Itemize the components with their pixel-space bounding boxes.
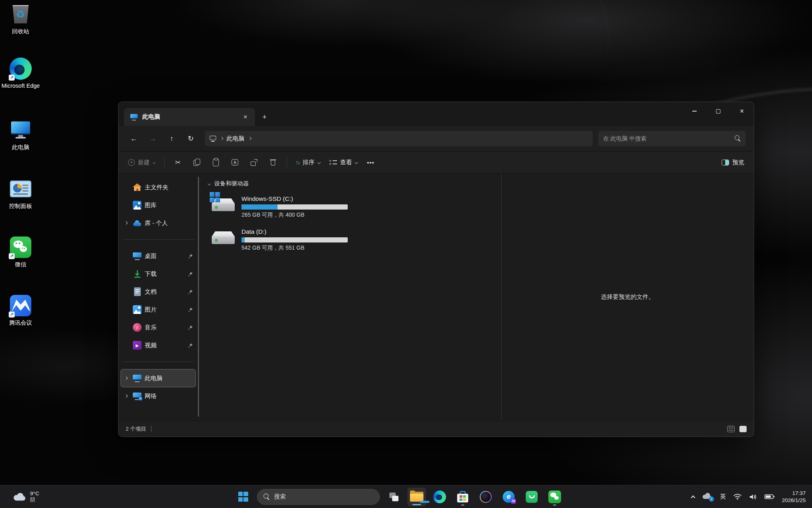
desktop-icon-tencent-meeting[interactable]: ↗ 腾讯会议	[0, 294, 41, 326]
more-icon: •••	[367, 159, 375, 166]
taskbar-app-copilot[interactable]	[477, 488, 495, 506]
sidebar-item-this-pc[interactable]: 此电脑	[121, 369, 195, 387]
explorer-search-input[interactable]: 在 此电脑 中搜索	[598, 131, 746, 146]
search-icon	[735, 135, 741, 142]
sidebar-item-videos[interactable]: ▶ 视频	[121, 337, 195, 354]
address-breadcrumb[interactable]: 此电脑	[205, 131, 593, 146]
desktop-icon-label: 此电脑	[12, 144, 29, 151]
taskbar-app-wechat[interactable]	[546, 488, 564, 506]
desktop-icon-this-pc[interactable]: 此电脑	[0, 119, 41, 151]
tray-time: 17:37	[792, 490, 806, 497]
taskbar-search-input[interactable]: 搜索	[257, 489, 380, 505]
sidebar-item-gallery[interactable]: 图库	[121, 196, 195, 214]
minimize-button[interactable]	[682, 102, 706, 120]
drive-item-d[interactable]: Data (D:) 542 GB 可用，共 551 GB	[211, 228, 501, 252]
maximize-button[interactable]	[706, 102, 730, 120]
sidebar-item-desktop[interactable]: 桌面	[121, 247, 195, 265]
rename-icon: A	[232, 159, 238, 165]
view-button[interactable]: 查看	[326, 154, 362, 170]
breadcrumb-location[interactable]: 此电脑	[227, 135, 245, 142]
chevron-down-icon	[153, 161, 156, 164]
drive-item-c[interactable]: Windows-SSD (C:) 265 GB 可用，共 400 GB	[211, 195, 501, 219]
volume-icon[interactable]	[749, 494, 757, 500]
sidebar-item-home[interactable]: 主文件夹	[121, 179, 195, 196]
desktop-icon-label: 腾讯会议	[9, 319, 32, 326]
microsoft-store-icon	[457, 491, 469, 503]
taskbar-app-360-ai-browser[interactable]: e AI	[500, 488, 518, 506]
pin-icon	[185, 343, 195, 348]
tray-date: 2026/1/25	[782, 497, 806, 504]
details-view-toggle[interactable]	[727, 426, 735, 432]
paste-button[interactable]	[207, 154, 225, 170]
sidebar-item-downloads[interactable]: 下载	[121, 265, 195, 283]
forward-button[interactable]: →	[144, 131, 161, 146]
onedrive-cloud-icon	[131, 220, 143, 226]
desktop-icon-label: 控制面板	[9, 202, 32, 210]
hard-drive-icon	[211, 195, 235, 214]
cut-button[interactable]: ✂	[169, 154, 187, 170]
share-button[interactable]	[245, 154, 263, 170]
status-divider	[151, 426, 151, 432]
sort-button[interactable]: ↑↓ 排序	[292, 154, 324, 170]
taskbar-app-app-store-green[interactable]	[523, 488, 541, 506]
taskbar-weather-widget[interactable]: 9°C 阴	[10, 485, 42, 508]
gallery-icon	[131, 201, 143, 210]
file-explorer-window: 此电脑 ✕ + ✕ ← → ↑ ↻ 此电脑 在 此电脑 中搜索	[118, 102, 754, 437]
new-tab-button[interactable]: +	[257, 110, 272, 124]
task-view-button[interactable]	[385, 488, 403, 506]
green-store-icon	[526, 491, 538, 503]
desktop-icon-control-panel[interactable]: 控制面板	[0, 178, 41, 210]
wifi-icon[interactable]	[733, 493, 742, 500]
desktop-icon-edge[interactable]: ↗ Microsoft Edge	[0, 58, 41, 89]
battery-icon[interactable]	[764, 494, 775, 499]
pin-icon	[185, 271, 195, 277]
large-icons-view-toggle[interactable]	[739, 426, 747, 432]
sidebar-item-documents[interactable]: 文档	[121, 283, 195, 300]
preview-placeholder: 选择要预览的文件。	[601, 293, 655, 301]
tab-bar: 此电脑 ✕ + ✕	[119, 102, 754, 126]
up-button[interactable]: ↑	[163, 131, 180, 146]
this-pc-icon	[10, 119, 32, 141]
new-button[interactable]: + 新建	[124, 154, 159, 170]
sidebar-item-pictures[interactable]: 图片	[121, 301, 195, 318]
sidebar-scrollbar[interactable]	[198, 177, 199, 417]
delete-button[interactable]	[264, 154, 282, 170]
info-badge-icon: i	[709, 496, 714, 502]
sort-arrows-icon: ↑↓	[296, 159, 300, 165]
sidebar-item-onedrive[interactable]: 席 - 个人	[121, 214, 195, 232]
start-button[interactable]	[234, 488, 252, 506]
section-devices-and-drives[interactable]: 设备和驱动器	[208, 180, 501, 187]
onedrive-tray-icon[interactable]: i	[702, 493, 713, 501]
drive-capacity: 542 GB 可用，共 551 GB	[241, 244, 348, 252]
ime-language-indicator[interactable]: 英	[720, 493, 726, 500]
sidebar-item-music[interactable]: ♪ 音乐	[121, 319, 195, 336]
tray-overflow-chevron[interactable]	[691, 495, 695, 499]
scissors-icon: ✂	[175, 158, 180, 167]
pin-icon	[185, 289, 195, 294]
sidebar-item-network[interactable]: 网络	[121, 387, 195, 405]
tab-close-button[interactable]: ✕	[240, 112, 251, 123]
taskbar-app-store[interactable]	[454, 488, 472, 506]
back-button[interactable]: ←	[125, 131, 142, 146]
shortcut-arrow-icon: ↗	[9, 312, 15, 318]
view-list-icon	[329, 160, 337, 165]
trash-icon	[270, 159, 276, 166]
copy-button[interactable]	[188, 154, 206, 170]
close-button[interactable]: ✕	[730, 102, 754, 120]
preview-pane-icon	[722, 160, 729, 165]
tray-clock[interactable]: 17:37 2026/1/25	[782, 490, 806, 504]
more-options-button[interactable]: •••	[363, 154, 379, 170]
tab-this-pc[interactable]: 此电脑 ✕	[124, 108, 255, 126]
desktop-icon-recycle-bin[interactable]: ♻ 回收站	[0, 3, 41, 35]
wechat-icon: ↗	[10, 236, 32, 258]
this-pc-tab-icon	[130, 114, 138, 120]
preview-toggle-button[interactable]: 预览	[718, 154, 748, 170]
rename-button[interactable]: A	[226, 154, 244, 170]
refresh-button[interactable]: ↻	[182, 131, 199, 146]
taskbar-app-file-explorer[interactable]	[408, 488, 426, 506]
this-pc-breadcrumb-icon	[210, 136, 216, 142]
taskbar-app-edge[interactable]	[431, 488, 449, 506]
desktop-icon-wechat[interactable]: ↗ 微信	[0, 236, 41, 268]
shortcut-arrow-icon: ↗	[9, 253, 15, 259]
paste-icon	[213, 159, 219, 166]
